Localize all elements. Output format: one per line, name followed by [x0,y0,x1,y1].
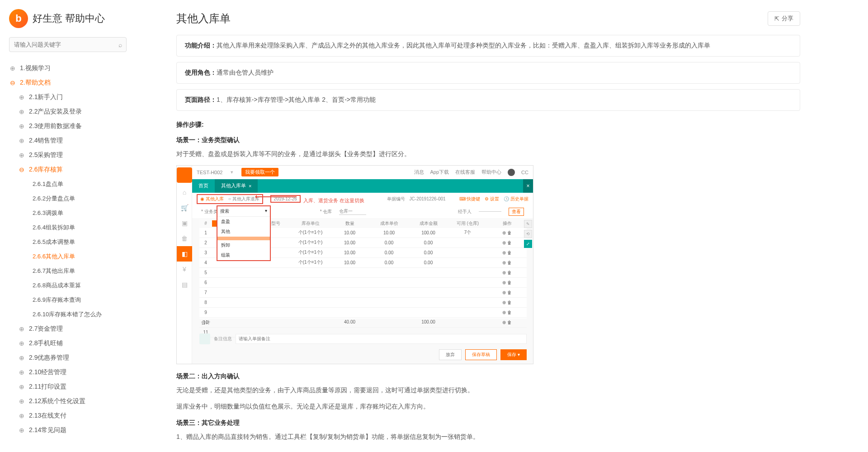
scene1-text: 对于受赠、盘盈或是拆装入库等不同的业务，是通过单据头【业务类型】进行区分。 [176,149,800,160]
nav-label: 2.12系统个性化设置 [29,397,85,405]
chevron-down-icon: ▾ [265,208,267,214]
nav-2-6-8[interactable]: 2.6.8商品成本重算 [9,278,127,293]
logo: b 好生意 帮助中心 [9,9,127,28]
ss-remark-row: 备注信息 [199,332,527,346]
nav-label: 2.6库存核算 [29,166,63,174]
nav-2-10[interactable]: ⊕2.10经营管理 [9,365,127,380]
ss-top-cs: 在线客服 [455,169,475,176]
ss-th: 可用 (仓库) [448,220,487,227]
ss-th: # [199,221,212,226]
intro-label: 功能介绍： [185,42,217,49]
nav-label: 2.4销售管理 [29,137,63,145]
plus-icon: ⊕ [18,398,25,405]
nav-label: 2.6.3调拨单 [33,209,63,217]
nav-2-6-10[interactable]: 2.6.10库存账本错了怎么办 [9,307,127,322]
path-box: 页面路径：1、库存核算->库存管理->其他入库单 2、首页->常用功能 [176,89,800,111]
ss-tabs: 首页 其他入库单× [192,179,533,193]
nav-label: 2.6.1盘点单 [33,180,63,188]
ss-settings: 设置 [490,196,499,201]
plus-icon: ⊕ [18,123,25,130]
ss-top-help: 帮助中心 [481,169,501,176]
ss-biztype-dropdown: 搜索▾ 盘盈 其他 拆卸 组装 [217,205,271,261]
nav-label: 2.9优惠券管理 [29,354,69,362]
ss-dd-item: 其他 [217,227,270,237]
nav-2-6-4[interactable]: 2.6.4组装拆卸单 [9,220,127,235]
plus-icon: ⊕ [18,412,25,419]
nav-help-docs[interactable]: ⊖2.帮助文档 [9,76,127,90]
nav-2-9[interactable]: ⊕2.9优惠券管理 [9,351,127,365]
nav-2-1[interactable]: ⊕2.1新手入门 [9,90,127,105]
nav-video-learning[interactable]: ⊕1.视频学习 [9,61,127,76]
ss-total-amt: 100.00 [409,319,448,328]
nav-2-14[interactable]: ⊕2.14常见问题 [9,423,127,438]
ss-shortcuts: 快捷键 [467,196,480,201]
nav-2-5[interactable]: ⊕2.5采购管理 [9,148,127,162]
ss-side-tools: ✎ ⟲ ⤢ [524,220,533,248]
ss-filter-handler: 经手人 [458,209,472,215]
nav-label: 2.5采购管理 [29,151,63,159]
nav-2-6[interactable]: ⊖2.6库存核算 [9,162,127,177]
ss-home-icon: ⌂ [177,185,192,200]
ss-filter-wh-label: * 仓库 [320,209,332,215]
ss-tab-home: 首页 [192,179,215,193]
path-label: 页面路径： [185,96,217,103]
search-icon[interactable]: ⌕ [118,41,122,48]
nav-2-11[interactable]: ⊕2.11打印设置 [9,380,127,394]
ss-remark-input [236,334,527,344]
ss-th: 库存单位 [291,220,330,227]
brand-name: 好生意 帮助中心 [33,12,105,25]
nav-2-6-7[interactable]: 2.6.7其他出库单 [9,264,127,278]
ss-dd-item: 组装 [217,250,270,260]
table-row: 8⊕ 🗑 [199,298,527,308]
nav-2-6-9[interactable]: 2.6.9库存账本查询 [9,293,127,307]
search-input[interactable] [9,37,127,52]
ss-docno: JC-20191226-001 [410,196,446,201]
logo-icon: b [9,9,28,28]
nav-2-8[interactable]: ⊕2.8手机旺铺 [9,336,127,351]
ss-top-msg: 消息 [414,169,424,176]
embedded-screenshot: ⌂ 🛒 ▣ 🗑 ◧ ¥ ▤ TEST-H002 ▾ 我要领取一个 消息 App下… [176,165,533,364]
ss-dd-item-selected [217,237,270,240]
nav-label: 2.帮助文档 [20,79,51,87]
ss-logo-icon [177,167,192,183]
ss-tool-icon: ⟲ [524,230,532,238]
plus-icon: ⊕ [18,354,25,362]
nav-2-6-5[interactable]: 2.6.5成本调整单 [9,235,127,249]
plus-icon: ⊕ [18,108,25,115]
ss-topbar: TEST-H002 ▾ 我要领取一个 消息 App下载 在线客服 帮助中心 CC [192,166,533,179]
table-row: 9⊕ 🗑 [199,308,527,318]
share-button[interactable]: ⇱分享 [768,11,800,26]
nav-label: 2.14常见问题 [29,426,66,434]
intro-box: 功能介绍：其他入库单用来处理除采购入库、产成品入库之外的其他入库业务，因此其他入… [176,35,800,57]
path-text: 1、库存核算->库存管理->其他入库单 2、首页->常用功能 [217,96,376,103]
nav-2-6-1[interactable]: 2.6.1盘点单 [9,177,127,191]
nav-2-3[interactable]: ⊕2.3使用前数据准备 [9,119,127,133]
nav-2-13[interactable]: ⊕2.13在线支付 [9,409,127,423]
scene2-title: 场景二：出入方向确认 [176,372,800,381]
page-title: 其他入库单 [176,11,231,26]
nav-2-6-6[interactable]: 2.6.6其他入库单 [9,249,127,264]
ss-actions: 放弃 保存草稿 保存 ▾ [439,349,527,360]
nav-label: 2.8手机旺铺 [29,339,63,347]
role-text: 通常由仓管人员维护 [217,69,274,76]
ss-box-icon: ▣ [177,215,192,231]
nav-2-4[interactable]: ⊕2.4销售管理 [9,133,127,148]
ss-totals: 合计 40.00 100.00 [199,319,527,328]
nav-label: 2.11打印设置 [29,383,66,391]
ss-tab-other-in: 其他入库单× [215,179,258,193]
nav-label: 2.6.2分量盘点单 [33,195,75,203]
ss-filter-view: 查看 [509,208,524,216]
nav-2-12[interactable]: ⊕2.12系统个性化设置 [9,394,127,409]
nav-2-6-2[interactable]: 2.6.2分量盘点单 [9,191,127,206]
ss-org: TEST-H002 [197,170,222,175]
nav-2-7[interactable]: ⊕2.7资金管理 [9,322,127,336]
nav-label: 2.6.9库存账本查询 [33,296,81,304]
ss-stock-icon: ◧ [177,246,192,262]
nav-2-2[interactable]: ⊕2.2产品安装及登录 [9,105,127,119]
ss-th: 数量 [330,220,369,227]
ss-top-button: 我要领取一个 [241,168,278,176]
intro-text: 其他入库单用来处理除采购入库、产成品入库之外的其他入库业务，因此其他入库单可处理… [217,42,710,49]
close-icon: × [249,183,251,189]
nav-2-6-3[interactable]: 2.6.3调拨单 [9,206,127,220]
table-row: 5⊕ 🗑 [199,268,527,278]
